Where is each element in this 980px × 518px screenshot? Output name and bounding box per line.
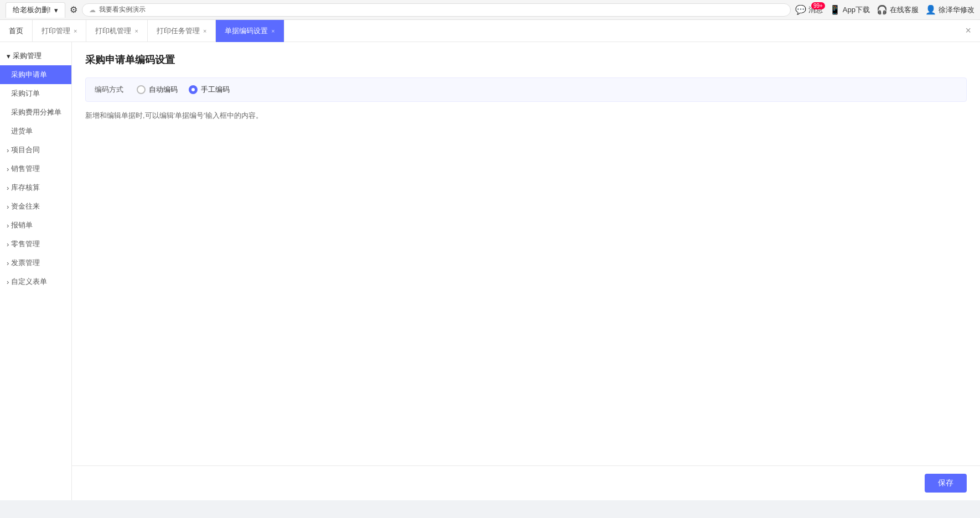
sidebar-group-title-purchase-mgmt[interactable]: ▾ 采购管理 — [0, 46, 71, 65]
message-badge: 99+ — [811, 2, 825, 9]
sidebar-item-purchase-order-label: 采购订单 — [11, 89, 40, 97]
main-layout: ▾ 采购管理 采购申请单 采购订单 采购费用分摊单 进货单 项目合同 销售管理 — [0, 42, 980, 500]
radio-manual-circle — [189, 85, 198, 94]
online-service-label: 在线客服 — [890, 5, 919, 15]
browser-tab-label: 给老板勿删! — [13, 5, 51, 15]
service-icon: 🎧 — [877, 4, 888, 15]
user-action[interactable]: 👤 徐泽华修改 — [925, 4, 974, 15]
window-close-button[interactable]: × — [956, 25, 980, 37]
tab-printer-mgmt[interactable]: 打印机管理 × — [86, 20, 147, 42]
tab-printer-mgmt-label: 打印机管理 — [95, 26, 131, 36]
tab-print-task-mgmt-close[interactable]: × — [203, 28, 206, 34]
purchase-mgmt-arrow: ▾ — [7, 52, 11, 60]
sidebar-group-project-contract[interactable]: 项目合同 — [0, 141, 71, 159]
tab-print-task-mgmt-label: 打印任务管理 — [157, 26, 200, 36]
sidebar-group-sales-mgmt[interactable]: 销售管理 — [0, 159, 71, 178]
sidebar-item-purchase-request[interactable]: 采购申请单 — [0, 65, 71, 84]
browser-url-bar[interactable]: ☁ 我要看实例演示 — [82, 3, 791, 17]
sidebar-item-purchase-expense-label: 采购费用分摊单 — [11, 108, 61, 116]
sidebar-group-label-capital: 资金往来 — [11, 201, 40, 211]
content-area: 采购申请单编码设置 编码方式 自动编码 手工编码 新增和编辑单据时,可以编辑'单… — [72, 42, 980, 500]
radio-group-encoding: 自动编码 手工编码 — [137, 85, 230, 95]
retail-mgmt-arrow — [7, 240, 9, 248]
app-tabs-bar: 首页 打印管理 × 打印机管理 × 打印任务管理 × 单据编码设置 × × — [0, 20, 980, 42]
tab-single-code-setting[interactable]: 单据编码设置 × — [216, 20, 284, 42]
sales-mgmt-arrow — [7, 165, 9, 173]
sidebar-item-purchase-order[interactable]: 采购订单 — [0, 84, 71, 103]
sidebar: ▾ 采购管理 采购申请单 采购订单 采购费用分摊单 进货单 项目合同 销售管理 — [0, 42, 72, 500]
cloud-icon: ☁ — [89, 6, 96, 14]
tab-print-mgmt-close[interactable]: × — [74, 28, 77, 34]
sidebar-item-purchase-request-label: 采购申请单 — [11, 70, 47, 79]
user-label: 徐泽华修改 — [938, 5, 974, 15]
tab-home-label: 首页 — [9, 26, 23, 36]
sidebar-group-label-purchase-mgmt: 采购管理 — [13, 51, 42, 61]
radio-manual-label: 手工编码 — [201, 85, 230, 95]
tab-print-mgmt-label: 打印管理 — [42, 26, 70, 36]
sidebar-group-purchase-mgmt: ▾ 采购管理 采购申请单 采购订单 采购费用分摊单 进货单 — [0, 46, 71, 141]
tab-printer-mgmt-close[interactable]: × — [134, 28, 138, 34]
sidebar-group-invoice-mgmt[interactable]: 发票管理 — [0, 253, 71, 272]
page-title: 采购申请单编码设置 — [85, 53, 967, 66]
download-icon: 📱 — [829, 4, 841, 15]
app-download-label: App下载 — [843, 5, 870, 15]
content-footer: 保存 — [72, 465, 980, 500]
sidebar-group-inventory[interactable]: 库存核算 — [0, 178, 71, 197]
tab-single-code-setting-label: 单据编码设置 — [225, 26, 268, 36]
custom-forms-arrow — [7, 278, 9, 286]
sidebar-group-label-inventory: 库存核算 — [11, 183, 40, 193]
sidebar-group-label-invoice-mgmt: 发票管理 — [11, 258, 40, 268]
sidebar-group-custom-forms[interactable]: 自定义表单 — [0, 272, 71, 291]
tab-print-task-mgmt[interactable]: 打印任务管理 × — [148, 20, 216, 42]
sidebar-group-capital[interactable]: 资金往来 — [0, 197, 71, 216]
sidebar-group-label-custom-forms: 自定义表单 — [11, 277, 47, 287]
sidebar-group-retail-mgmt[interactable]: 零售管理 — [0, 235, 71, 253]
encoding-row: 编码方式 自动编码 手工编码 — [85, 77, 967, 102]
save-button[interactable]: 保存 — [925, 474, 967, 493]
browser-actions: 💬 消息 99+ 📱 App下载 🎧 在线客服 👤 徐泽华修改 — [795, 4, 974, 15]
sidebar-group-label-sales-mgmt: 销售管理 — [11, 164, 40, 174]
content-main: 采购申请单编码设置 编码方式 自动编码 手工编码 新增和编辑单据时,可以编辑'单… — [72, 42, 980, 465]
returns-arrow — [7, 221, 9, 230]
radio-auto-label: 自动编码 — [149, 85, 178, 95]
app-download-action[interactable]: 📱 App下载 — [829, 4, 870, 15]
capital-arrow — [7, 203, 9, 211]
tab-print-mgmt[interactable]: 打印管理 × — [33, 20, 86, 42]
sidebar-item-goods-receipt-label: 进货单 — [11, 127, 33, 135]
browser-tab[interactable]: 给老板勿删! ▾ — [6, 2, 65, 18]
sidebar-group-label-project-contract: 项目合同 — [11, 145, 40, 155]
browser-tab-dropdown[interactable]: ▾ — [54, 6, 58, 14]
url-text: 我要看实例演示 — [99, 5, 146, 14]
settings-icon[interactable]: ⚙ — [70, 4, 77, 15]
message-action[interactable]: 💬 消息 99+ — [795, 4, 823, 15]
radio-auto-circle — [137, 85, 146, 94]
sidebar-group-label-returns: 报销单 — [11, 220, 33, 230]
browser-bar: 给老板勿删! ▾ ⚙ ☁ 我要看实例演示 💬 消息 99+ 📱 App下载 🎧 … — [0, 0, 980, 20]
user-avatar-icon: 👤 — [925, 4, 936, 15]
online-service-action[interactable]: 🎧 在线客服 — [877, 4, 919, 15]
encoding-description: 新增和编辑单据时,可以编辑'单据编号'输入框中的内容。 — [85, 111, 967, 121]
radio-manual-encoding[interactable]: 手工编码 — [189, 85, 230, 95]
project-contract-arrow — [7, 146, 9, 154]
radio-auto-encoding[interactable]: 自动编码 — [137, 85, 178, 95]
sidebar-group-label-retail-mgmt: 零售管理 — [11, 239, 40, 249]
tab-home[interactable]: 首页 — [0, 20, 33, 42]
inventory-arrow — [7, 184, 9, 192]
sidebar-item-purchase-expense[interactable]: 采购费用分摊单 — [0, 103, 71, 122]
tab-single-code-setting-close[interactable]: × — [271, 28, 274, 34]
message-icon: 💬 — [795, 4, 806, 15]
sidebar-item-goods-receipt[interactable]: 进货单 — [0, 122, 71, 141]
invoice-mgmt-arrow — [7, 259, 9, 267]
sidebar-group-returns[interactable]: 报销单 — [0, 216, 71, 235]
encoding-label: 编码方式 — [95, 85, 123, 95]
